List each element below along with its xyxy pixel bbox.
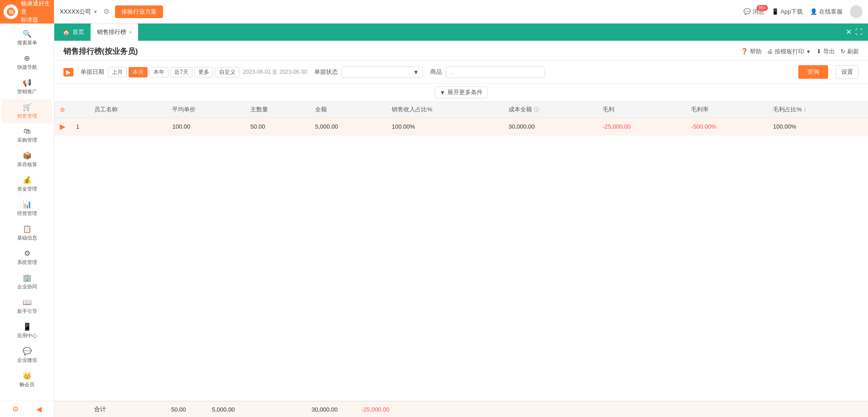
status-filter-group: 单据状态 ▼ — [314, 67, 423, 78]
tabbar-actions: ✕ ⛶ — [846, 29, 866, 36]
home-icon: 🏠 — [62, 29, 70, 36]
sidebar-item-business[interactable]: 📊 经营管理 — [2, 197, 52, 220]
cell-gross-rate: -500.00% — [686, 118, 767, 135]
tab-home[interactable]: 🏠 首页 — [56, 24, 91, 41]
company-name: XXXXX公司 — [60, 8, 91, 16]
date-filter-buttons: 上月 本月 本年 近7天 更多 自定义 — [108, 67, 240, 77]
search-icon: 🔍 — [23, 29, 32, 38]
sidebar-item-inventory[interactable]: 📦 库存核算 — [2, 148, 52, 172]
date-btn-this-month[interactable]: 本月 — [129, 67, 148, 77]
sidebar-collapse-button[interactable]: ◀ — [36, 405, 42, 413]
table-footer: 合计 50.00 5,000.00 30,000.00 -25,000.00 — [54, 401, 868, 417]
sidebar-logo: 畅 畅康通好生意 标准版 — [0, 0, 54, 24]
sidebar-item-marketing[interactable]: 📢 营销推广 — [2, 75, 52, 99]
expand-label: 展开更多条件 — [447, 88, 483, 96]
date-btn-7days[interactable]: 近7天 — [170, 67, 192, 77]
cell-employee-name — [89, 118, 167, 135]
query-button[interactable]: 查询 — [798, 65, 828, 79]
expand-more-bar: ▼ 展开更多条件 — [54, 84, 868, 101]
footer-quantity: 50.00 — [171, 406, 212, 413]
tabbar-maximize-button[interactable]: ⛶ — [855, 29, 863, 36]
date-filter-group: 单据日期 上月 本月 本年 近7天 更多 自定义 2023-06-01 至 20… — [81, 67, 307, 77]
col-rank — [71, 101, 89, 118]
topbar-actions: 💬 消息 99+ 📱 App下载 👤 在线客服 — [743, 5, 863, 18]
cell-amount: 5,000.00 — [310, 118, 386, 135]
expand-more-button[interactable]: ▼ 展开更多条件 — [435, 86, 488, 98]
settings-button[interactable]: 设置 — [835, 65, 859, 79]
company-selector[interactable]: XXXXX公司 ▼ — [60, 8, 98, 16]
sidebar-item-enterprise[interactable]: 🏢 企业协同 — [2, 270, 52, 294]
col-gross-rate: 毛利率 — [686, 101, 767, 118]
sidebar-item-appstore[interactable]: 📱 应用中心 — [2, 319, 52, 343]
wechat-icon: 💬 — [23, 347, 32, 355]
enterprise-icon: 🏢 — [23, 273, 32, 282]
trial-button[interactable]: 体验行业方案 — [115, 5, 163, 18]
sidebar-item-wechat[interactable]: 💬 企业微信 — [2, 343, 52, 367]
tab-close-icon[interactable]: × — [129, 29, 132, 35]
basic-icon: 📋 — [23, 225, 32, 233]
message-button[interactable]: 💬 消息 99+ — [743, 8, 764, 16]
col-gross: 毛利 — [597, 101, 686, 118]
page-title: 销售排行榜(按业务员) — [63, 46, 138, 57]
sidebar-item-label: 畅会员 — [19, 381, 34, 388]
sidebar-item-system[interactable]: ⚙ 系统管理 — [2, 245, 52, 269]
cell-gross: -25,000.00 — [597, 118, 686, 135]
sidebar: 畅 畅康通好生意 标准版 🔍 搜索菜单 ⊕ 快捷导航 📢 营销推广 🛒 销售管理… — [0, 0, 54, 417]
date-range-text: 2023-06-01 至 2023-06-30 — [243, 68, 307, 76]
page-header-actions: ❓ 帮助 🖨 按模板打印 ▼ ⬇ 导出 ↻ 刷新 — [741, 48, 859, 56]
table-header-row: ⚙ 员工名称 平均单价 主数量 全额 销售收入占比% 成本全额 ⓘ 毛利 — [54, 101, 868, 118]
expand-icon: ▼ — [440, 89, 446, 96]
sidebar-item-purchase[interactable]: 🛍 采购管理 — [2, 124, 52, 147]
template-print-button[interactable]: 🖨 按模板打印 ▼ — [767, 48, 811, 56]
tab-sales-ranking[interactable]: 销售排行榜 × — [91, 24, 138, 41]
sidebar-settings-button[interactable]: ⚙ — [12, 405, 19, 413]
user-avatar[interactable] — [850, 5, 863, 18]
export-button[interactable]: ⬇ 导出 — [816, 48, 835, 56]
help-button[interactable]: ❓ 帮助 — [741, 48, 762, 56]
col-avg-price: 平均单价 — [167, 101, 245, 118]
date-btn-this-year[interactable]: 本年 — [149, 67, 168, 77]
online-service-label: 在线客服 — [819, 8, 843, 16]
sidebar-item-label: 企业微信 — [17, 357, 37, 364]
col-settings[interactable]: ⚙ — [54, 101, 71, 118]
sidebar-item-member[interactable]: 👑 畅会员 — [2, 368, 52, 392]
col-sales-ratio: 销售收入占比% — [386, 101, 503, 118]
goods-filter-group: 商品 ... — [430, 67, 545, 78]
sidebar-item-search[interactable]: 🔍 搜索菜单 — [2, 26, 52, 50]
goods-input[interactable]: ... — [446, 67, 545, 78]
date-btn-custom[interactable]: 自定义 — [215, 67, 240, 77]
col-quantity: 主数量 — [245, 101, 310, 118]
member-icon: 👑 — [23, 371, 32, 380]
sidebar-bottom: ⚙ ◀ — [0, 401, 54, 417]
cost-info-icon[interactable]: ⓘ — [534, 106, 539, 113]
page-header: 销售排行榜(按业务员) ❓ 帮助 🖨 按模板打印 ▼ ⬇ 导出 ↻ 刷新 — [54, 41, 868, 61]
gross-ratio-sort-icon[interactable]: ↕ — [803, 106, 806, 113]
active-tab-label: 销售排行榜 — [97, 28, 126, 36]
tabbar: 🏠 首页 销售排行榜 × ✕ ⛶ — [54, 24, 868, 41]
col-employee-name: 员工名称 — [89, 101, 167, 118]
sidebar-item-sales[interactable]: 🛒 销售管理 — [2, 99, 52, 123]
status-select[interactable]: ▼ — [341, 67, 423, 78]
goods-filter-label: 商品 — [430, 68, 442, 76]
sidebar-item-guide[interactable]: 📖 新手引导 — [2, 294, 52, 318]
app-download-button[interactable]: 📱 App下载 — [772, 8, 803, 16]
online-service-button[interactable]: 👤 在线客服 — [810, 8, 843, 16]
refresh-icon: ↻ — [840, 48, 845, 55]
sidebar-item-finance[interactable]: 💰 资金管理 — [2, 172, 52, 196]
tabbar-close-button[interactable]: ✕ — [846, 29, 852, 36]
col-settings-icon[interactable]: ⚙ — [60, 106, 65, 113]
footer-cost: 30,000.00 — [312, 406, 361, 413]
help-icon: ❓ — [741, 48, 748, 55]
topbar-settings-icon[interactable]: ⚙ — [103, 7, 110, 16]
cell-quantity: 50.00 — [245, 118, 310, 135]
sidebar-item-label: 库存核算 — [17, 161, 37, 168]
refresh-button[interactable]: ↻ 刷新 — [840, 48, 859, 56]
date-btn-more[interactable]: 更多 — [194, 67, 213, 77]
date-btn-last-month[interactable]: 上月 — [108, 67, 127, 77]
sidebar-item-shortcut[interactable]: ⊕ 快捷导航 — [2, 50, 52, 74]
home-tab-label: 首页 — [72, 28, 84, 36]
filter-expand-arrow[interactable]: ▶ — [63, 68, 73, 77]
service-icon: 👤 — [810, 8, 817, 15]
sidebar-item-label: 应用中心 — [17, 332, 37, 339]
sidebar-item-basic[interactable]: 📋 基础信息 — [2, 221, 52, 245]
